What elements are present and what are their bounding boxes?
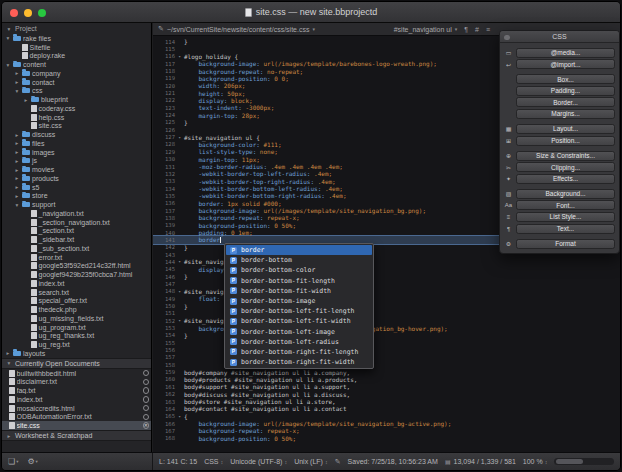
code-line[interactable]: 165▾{: [153, 413, 620, 420]
fold-triangle[interactable]: ▾: [175, 289, 184, 294]
disclosure-triangle[interactable]: ▸: [14, 149, 20, 155]
open-document-mosaiccredits-html[interactable]: mosaiccredits.html: [2, 404, 151, 413]
tree-item-sub-section-txt[interactable]: _sub_section.txt: [2, 244, 151, 253]
palette-button-clipping[interactable]: Clipping...: [516, 162, 615, 172]
palette-close-button[interactable]: [504, 35, 510, 41]
tree-item-discuss[interactable]: ▸discuss: [2, 130, 151, 139]
code-line[interactable]: 166 background-image: url(/images/templa…: [153, 420, 620, 427]
tree-item-blueprint[interactable]: ▸blueprint: [2, 95, 151, 104]
disclosure-triangle[interactable]: ▸: [14, 79, 20, 85]
completion-item-border-bottom-image[interactable]: Pborder-bottom-image: [226, 296, 372, 306]
tree-item-layouts[interactable]: ▸layouts: [2, 349, 151, 358]
open-document-site-css[interactable]: site.css✕: [2, 421, 151, 430]
marker-icon[interactable]: #: [475, 26, 479, 33]
open-document-odbautomationerror-txt[interactable]: ODBAutomationError.txt: [2, 413, 151, 422]
palette-button-format[interactable]: Format: [516, 239, 615, 249]
tree-item-js[interactable]: ▸js: [2, 157, 151, 166]
tree-item-section-navigation-txt[interactable]: _section_navigation.txt: [2, 218, 151, 227]
code-line[interactable]: 160body#products #site_navigation ul li …: [153, 376, 620, 383]
close-document-button[interactable]: ✕: [143, 422, 150, 429]
completion-item-border[interactable]: Pborder: [226, 245, 372, 255]
disclosure-triangle[interactable]: ▾: [14, 202, 20, 208]
completion-item-border-bottom-left-radius[interactable]: Pborder-bottom-left-radius: [226, 337, 372, 347]
palette-button-padding[interactable]: Padding...: [516, 86, 615, 96]
palette-button-position[interactable]: Position...: [516, 136, 615, 146]
tree-item-ug-missing-fields-txt[interactable]: ug_missing_fields.txt: [2, 314, 151, 323]
tree-item-support[interactable]: ▾support: [2, 200, 151, 209]
document-proxy-icon[interactable]: [245, 8, 252, 17]
palette-button-text[interactable]: Text...: [516, 224, 615, 234]
close-window-button[interactable]: [10, 9, 18, 17]
disclosure-triangle[interactable]: ▸: [14, 193, 20, 199]
tree-item-files[interactable]: ▸files: [2, 139, 151, 148]
disclosure-triangle[interactable]: ▸: [14, 167, 20, 173]
completion-item-border-bottom[interactable]: Pborder-bottom: [226, 255, 372, 265]
tree-item-ug-reg-thanks-txt[interactable]: ug_reg_thanks.txt: [2, 332, 151, 341]
completion-item-border-bottom-right-fit-width[interactable]: Pborder-bottom-right-fit-width: [226, 357, 372, 367]
fold-triangle[interactable]: ▾: [175, 318, 184, 323]
open-document-disclaimer-txt[interactable]: disclaimer.txt: [2, 378, 151, 387]
palette-button-margins[interactable]: Margins...: [516, 109, 615, 119]
completion-item-border-bottom-left-fit-width[interactable]: Pborder-bottom-left-fit-width: [226, 316, 372, 326]
palette-button-box[interactable]: Box...: [516, 74, 615, 84]
fold-triangle[interactable]: ▾: [175, 54, 184, 59]
code-line[interactable]: 163body#store #site_navigation ul li a.s…: [153, 398, 620, 405]
close-document-button[interactable]: [143, 414, 150, 421]
tree-item-error-txt[interactable]: error.txt: [2, 253, 151, 262]
tree-item-search-txt[interactable]: search.txt: [2, 288, 151, 297]
tree-item-index-txt[interactable]: index.txt: [2, 279, 151, 288]
file-path-menu[interactable]: ~/svn/CurrentSite/newsite/content/css/si…: [167, 26, 310, 33]
tree-item-s5[interactable]: ▸s5: [2, 183, 151, 192]
palette-button-layout[interactable]: Layout...: [516, 124, 615, 134]
fold-triangle[interactable]: ▾: [175, 414, 184, 419]
counter-icon[interactable]: ¶: [464, 26, 468, 33]
open-document-faq-txt[interactable]: faq.txt: [2, 386, 151, 395]
zoom-control[interactable]: 100 % ↕: [523, 458, 548, 465]
tree-item-thedeck-php[interactable]: thedeck.php: [2, 305, 151, 314]
palette-button-border[interactable]: Border...: [516, 97, 615, 107]
close-document-button[interactable]: [143, 379, 150, 386]
completion-item-border-bottom-fit-width[interactable]: Pborder-bottom-fit-width: [226, 286, 372, 296]
tree-item-products[interactable]: ▸products: [2, 174, 151, 183]
disclosure-triangle[interactable]: ▸: [23, 97, 29, 103]
tree-item-navigation-txt[interactable]: _navigation.txt: [2, 209, 151, 218]
disclosure-triangle[interactable]: ▸: [14, 184, 20, 190]
disclosure-triangle[interactable]: ▾: [5, 62, 11, 68]
completion-item-border-bottom-color[interactable]: Pborder-bottom-color: [226, 265, 372, 275]
gear-menu-icon[interactable]: ⚙▾: [27, 457, 37, 466]
disclosure-triangle[interactable]: ▾: [5, 35, 11, 41]
zoom-window-button[interactable]: [38, 9, 46, 17]
code-line[interactable]: 167 background-repeat: repeat-x;: [153, 427, 620, 434]
tree-item-site-css[interactable]: site.css: [2, 122, 151, 131]
disclosure-triangle[interactable]: ▸: [5, 350, 11, 356]
tree-item-help-css[interactable]: help.css: [2, 113, 151, 122]
tree-item-css[interactable]: ▾css: [2, 87, 151, 96]
palette-button-effects[interactable]: Effects...: [516, 174, 615, 184]
palette-button-font[interactable]: Font...: [516, 200, 615, 210]
completion-item-border-bottom-left-fit-length[interactable]: Pborder-bottom-left-fit-length: [226, 306, 372, 316]
tree-item-company[interactable]: ▸company: [2, 69, 151, 78]
disclosure-triangle[interactable]: ▸: [14, 175, 20, 181]
project-header[interactable]: ▾ Project: [2, 23, 151, 34]
language-menu[interactable]: CSS ↕: [204, 458, 223, 465]
tree-item-sidebar-txt[interactable]: _sidebar.txt: [2, 235, 151, 244]
documents-menu-icon[interactable]: ❏▾: [8, 457, 18, 466]
tree-item-special-offer-txt[interactable]: special_offer.txt: [2, 297, 151, 306]
tree-item-content[interactable]: ▾content: [2, 60, 151, 69]
tree-item-deploy-rake[interactable]: deploy.rake: [2, 52, 151, 61]
line-ending-menu[interactable]: Unix (LF) ↕: [294, 458, 328, 465]
code-line[interactable]: 159body#company #site_navigation ul li a…: [153, 368, 620, 375]
palette-button-media[interactable]: @media...: [516, 48, 615, 58]
disclosure-triangle[interactable]: ▾: [14, 88, 20, 94]
tree-item-coderay-css[interactable]: coderay.css: [2, 104, 151, 113]
open-documents-header[interactable]: ▾ Currently Open Documents: [2, 358, 151, 369]
palette-button-size-constraints[interactable]: Size & Constraints...: [516, 151, 615, 161]
horizontal-scrollbar[interactable]: [554, 458, 614, 465]
tree-item-contact[interactable]: ▸contact: [2, 78, 151, 87]
tree-item-rake-files[interactable]: ▾rake files: [2, 34, 151, 43]
tree-item-section-txt[interactable]: _section.txt: [2, 227, 151, 236]
disclosure-triangle[interactable]: ▸: [14, 140, 20, 146]
code-line[interactable]: 162body#discuss #site_navigation ul li a…: [153, 391, 620, 398]
tree-item-images[interactable]: ▸images: [2, 148, 151, 157]
palette-button-import[interactable]: @import...: [516, 59, 615, 69]
